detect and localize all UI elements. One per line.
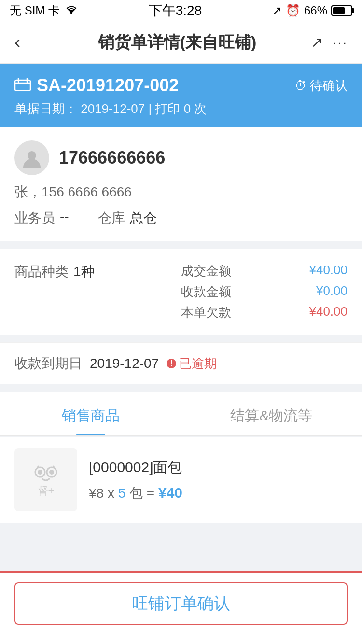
location-icon: ↗ — [272, 4, 282, 17]
svg-point-2 — [28, 151, 36, 160]
product-logo: 督+ — [27, 462, 65, 498]
product-info: [0000002]面包 ¥8 x 5 包 = ¥40 — [89, 458, 348, 503]
owed-row: 本单欠款 ¥40.00 — [181, 304, 348, 321]
status-bar-left: 无 SIM 卡 — [10, 3, 78, 18]
customer-meta: 业务员 -- 仓库 总仓 — [14, 209, 348, 227]
avatar — [14, 140, 49, 175]
battery-percent: 66% — [304, 4, 327, 17]
product-name: [0000002]面包 — [89, 458, 348, 477]
order-date-row: 单据日期： 2019-12-07 | 打印 0 次 — [14, 100, 348, 117]
received-row: 收款金额 ¥0.00 — [181, 283, 348, 300]
customer-name: 张，156 6666 6666 — [14, 183, 348, 201]
order-id-row: SA-20191207-002 ⏱ 待确认 — [14, 75, 348, 96]
back-button[interactable]: ‹ — [14, 32, 43, 53]
warehouse-item: 仓库 总仓 — [98, 209, 157, 227]
share-icon[interactable]: ↗ — [311, 34, 323, 51]
product-list: 督+ [0000002]面包 ¥8 x 5 包 = ¥40 — [0, 437, 362, 523]
svg-point-0 — [70, 12, 72, 14]
summary-right: 成交金额 ¥40.00 收款金额 ¥0.00 本单欠款 ¥40.00 — [181, 263, 348, 321]
customer-card: 17666666666 张，156 6666 6666 业务员 -- 仓库 总仓 — [0, 127, 362, 241]
more-icon[interactable]: ··· — [333, 34, 348, 51]
wifi-icon — [65, 4, 78, 17]
status-bar-right: ↗ ⏰ 66% — [272, 4, 352, 17]
summary-card: 商品种类 1种 成交金额 ¥40.00 收款金额 ¥0.00 本单欠款 ¥40.… — [0, 249, 362, 335]
svg-point-6 — [49, 470, 54, 475]
status-clock-icon: ⏱ — [294, 78, 307, 93]
order-header: SA-20191207-002 ⏱ 待确认 单据日期： 2019-12-07 |… — [0, 64, 362, 127]
tabs-bar: 销售商品 结算&物流等 — [0, 392, 362, 436]
amount-row: 成交金额 ¥40.00 — [181, 263, 348, 280]
svg-point-5 — [38, 470, 42, 475]
order-icon — [14, 75, 31, 96]
product-price-row: ¥8 x 5 包 = ¥40 — [89, 484, 348, 503]
tab-settlement[interactable]: 结算&物流等 — [181, 392, 362, 435]
nav-actions: ↗ ··· — [311, 34, 348, 51]
nav-bar: ‹ 销货单详情(来自旺铺) ↗ ··· — [0, 21, 362, 64]
tab-sales[interactable]: 销售商品 — [0, 392, 181, 435]
summary-left: 商品种类 1种 — [14, 263, 181, 321]
product-thumbnail: 督+ — [14, 448, 77, 511]
status-bar: 无 SIM 卡 下午3:28 ↗ ⏰ 66% — [0, 0, 362, 21]
order-status: ⏱ 待确认 — [294, 77, 348, 94]
customer-top: 17666666666 — [14, 140, 348, 175]
confirm-button-wrap: 旺铺订单确认 — [0, 571, 362, 644]
status-bar-time: 下午3:28 — [149, 1, 202, 20]
page-title: 销货单详情(来自旺铺) — [98, 31, 257, 54]
order-id: SA-20191207-002 — [14, 75, 179, 96]
overdue-dot-icon: ! — [167, 359, 176, 368]
sales-item: 业务员 -- — [14, 209, 69, 227]
due-date-card: 收款到期日 2019-12-07 ! 已逾期 — [0, 343, 362, 384]
overdue-badge: ! 已逾期 — [167, 355, 217, 372]
customer-phone: 17666666666 — [59, 148, 165, 168]
alarm-icon: ⏰ — [286, 4, 300, 17]
confirm-order-button[interactable]: 旺铺订单确认 — [14, 582, 348, 625]
carrier-text: 无 SIM 卡 — [10, 3, 60, 18]
svg-rect-1 — [15, 80, 30, 91]
table-row: 督+ [0000002]面包 ¥8 x 5 包 = ¥40 — [0, 437, 362, 523]
battery-icon — [331, 5, 352, 16]
